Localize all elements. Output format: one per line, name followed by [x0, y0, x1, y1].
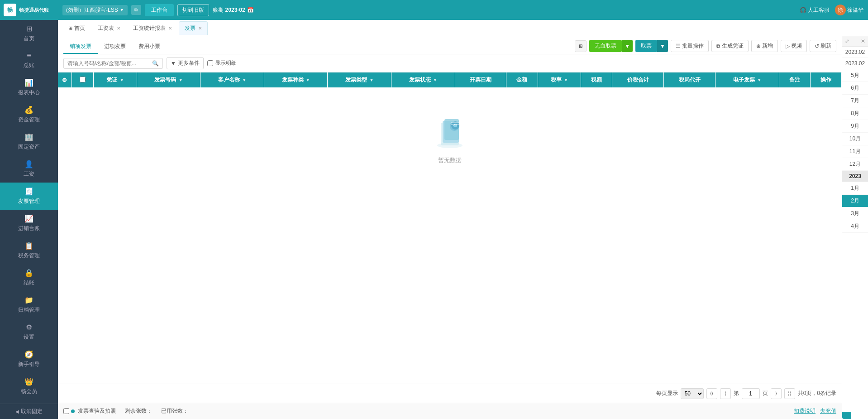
sidebar-item-tax[interactable]: 📋 税务管理	[0, 237, 58, 264]
page-input[interactable]	[742, 388, 760, 399]
total-info: 共0页，0条记录	[798, 390, 836, 397]
date-panel-close-icon[interactable]: ✕	[861, 38, 865, 44]
date-panel-maximize-icon[interactable]: ⤢	[845, 38, 849, 44]
batch-ops-button[interactable]: ☰ 批量操作	[671, 40, 709, 52]
sidebar-item-reports[interactable]: 📊 报表中心	[0, 74, 58, 101]
company-selector[interactable]: (勿删）江西股宝-LSS ▼	[62, 5, 128, 15]
col-tax-office: 税局代开	[664, 72, 715, 87]
col-customer: 客户名称 ▼	[200, 72, 264, 87]
sidebar-item-member[interactable]: 👑 畅会员	[0, 373, 58, 400]
tab-salary-stats-close[interactable]: ✕	[168, 26, 172, 31]
date-item-2023-2[interactable]: 2月	[842, 195, 868, 207]
user-menu[interactable]: 徐 徐溢华	[835, 5, 863, 15]
sidebar-item-archive[interactable]: 📁 归档管理	[0, 291, 58, 318]
grid-settings-icon[interactable]: ⊞	[575, 40, 587, 52]
col-settings[interactable]: ⚙	[58, 72, 72, 87]
per-page-select[interactable]: 50 100 200	[681, 388, 704, 399]
customer-filter-icon[interactable]: ▼	[242, 78, 246, 82]
logo-icon: 畅	[4, 4, 16, 16]
search-input[interactable]	[67, 60, 150, 67]
sidebar-item-home[interactable]: ⊞ 首页	[0, 20, 58, 47]
subtab-sales[interactable]: 销项发票	[63, 40, 98, 54]
date-item-7[interactable]: 7月	[842, 95, 868, 107]
show-details-checkbox[interactable]: 显示明细	[207, 59, 237, 67]
unpin-button[interactable]: ◀ 取消固定	[0, 404, 58, 419]
copy-icon[interactable]: ⧉	[131, 5, 141, 15]
last-page-button[interactable]: ⟩⟩	[784, 388, 795, 399]
status-filter-icon[interactable]: ▼	[433, 78, 437, 82]
more-conditions-button[interactable]: ▼ 更多条件	[167, 57, 204, 69]
col-checkbox[interactable]	[72, 72, 94, 87]
col-date: 开票日期	[455, 72, 506, 87]
verify-checkbox[interactable]	[63, 408, 69, 414]
first-page-button[interactable]: ⟨⟨	[706, 388, 717, 399]
col-ops: 操作	[810, 72, 841, 87]
date-item-6[interactable]: 6月	[842, 82, 868, 95]
fee-desc-link[interactable]: 扣费说明	[794, 407, 816, 415]
invoice-type2-filter-icon[interactable]: ▼	[369, 78, 373, 82]
more-conditions-label: 更多条件	[178, 59, 200, 67]
calendar-icon[interactable]: 📅	[247, 7, 254, 13]
voucher-filter-icon[interactable]: ▼	[120, 78, 124, 82]
sidebar-item-label: 税务管理	[18, 252, 40, 260]
sidebar-item-sales[interactable]: 📈 进销台账	[0, 210, 58, 237]
tab-invoice[interactable]: 发票 ✕	[179, 21, 208, 35]
date-item-8[interactable]: 8月	[842, 107, 868, 120]
date-item-2023-02-2[interactable]: 2023.02	[842, 58, 868, 69]
sidebar-item-invoice[interactable]: 🧾 发票管理	[0, 183, 58, 210]
tax-icon: 📋	[24, 241, 33, 250]
no-ticket-button[interactable]: 无血取票	[589, 40, 622, 52]
date-item-2023-1[interactable]: 1月	[842, 182, 868, 195]
recharge-link[interactable]: 去充值	[820, 407, 836, 415]
next-page-button[interactable]: ⟩	[771, 388, 782, 399]
sidebar-item-fixed[interactable]: 🏢 固定资产	[0, 128, 58, 155]
video-button[interactable]: ▷ 视频	[781, 40, 807, 52]
tab-salary-stats[interactable]: 工资统计报表 ✕	[127, 21, 178, 35]
tab-salary[interactable]: 工资表 ✕	[92, 21, 126, 35]
sidebar-item-settings[interactable]: ⚙ 设置	[0, 318, 58, 346]
tab-invoice-close[interactable]: ✕	[198, 26, 202, 31]
sidebar-item-guide[interactable]: 🧭 新手引导	[0, 346, 58, 373]
service-button[interactable]: 🎧 人工客服	[800, 6, 830, 14]
sidebar-item-ledger[interactable]: ≡ 总账	[0, 47, 58, 74]
statusbar: 发票查验及拍照 剩余张数： 已用张数： 扣费说明 去充值	[58, 403, 842, 419]
new-button[interactable]: ⊕ 新增	[751, 40, 778, 52]
batch-ops-icon: ☰	[676, 43, 681, 49]
gen-voucher-button[interactable]: ⧉ 生成凭证	[711, 40, 749, 52]
subtab-purchase[interactable]: 进项发票	[98, 40, 132, 54]
invoice-type1-filter-icon[interactable]: ▼	[306, 78, 310, 82]
date-item-11[interactable]: 11月	[842, 145, 868, 158]
ticket-button[interactable]: 取票	[635, 40, 657, 52]
workbench-button[interactable]: 工作台	[145, 4, 174, 16]
sidebar-item-label: 结账	[24, 279, 34, 287]
ticket-dropdown[interactable]: ▼	[657, 40, 668, 52]
date-item-9[interactable]: 9月	[842, 120, 868, 133]
open-period-button[interactable]: 开账日期	[842, 412, 851, 419]
date-item-12[interactable]: 12月	[842, 158, 868, 171]
date-item-2023-02-1[interactable]: 2023.02	[842, 47, 868, 58]
tab-home[interactable]: ⊞ 首页	[62, 21, 91, 35]
date-item-10[interactable]: 10月	[842, 133, 868, 145]
sidebar-item-funds[interactable]: 💰 资金管理	[0, 101, 58, 128]
empty-icon	[432, 115, 468, 151]
prev-page-button[interactable]: ⟨	[720, 388, 731, 399]
date-item-5[interactable]: 5月	[842, 69, 868, 82]
e-invoice-filter-icon[interactable]: ▼	[757, 78, 761, 82]
date-item-2023-4[interactable]: 4月	[842, 220, 868, 233]
sidebar-item-salary[interactable]: 👤 工资	[0, 155, 58, 183]
select-all[interactable]	[80, 77, 86, 82]
refresh-button[interactable]: ↺ 刷新	[810, 40, 836, 52]
date-item-2023-3[interactable]: 3月	[842, 207, 868, 220]
sidebar-bottom: ◀ 取消固定	[0, 404, 58, 419]
invoice-no-filter-icon[interactable]: ▼	[179, 78, 183, 82]
sidebar-item-close[interactable]: 🔒 结账	[0, 264, 58, 291]
company-name: (勿删）江西股宝-LSS	[66, 6, 118, 14]
tax-rate-filter-icon[interactable]: ▼	[564, 78, 568, 82]
verify-checkbox-label[interactable]: 发票查验及拍照	[63, 407, 116, 415]
switch-old-button[interactable]: 切到旧版	[177, 4, 209, 16]
show-details-input[interactable]	[207, 60, 213, 66]
no-ticket-dropdown[interactable]: ▼	[622, 40, 633, 52]
tab-salary-close[interactable]: ✕	[117, 26, 120, 31]
subtab-expense[interactable]: 费用小票	[132, 40, 167, 54]
sidebar-item-label: 总账	[24, 62, 34, 69]
